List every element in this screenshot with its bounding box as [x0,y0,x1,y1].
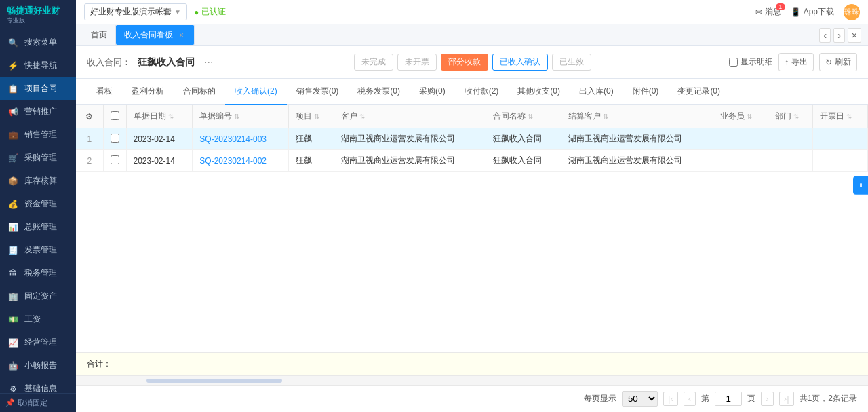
sidebar-bottom-unpin[interactable]: 📌 取消固定 [0,393,76,412]
settings-gear-icon[interactable]: ⚙ [85,112,93,121]
assets-icon: 🏢 [7,291,19,303]
right-panel-toggle[interactable]: ≡ [853,176,868,194]
tax-icon: 🏛 [7,267,19,280]
th-check [103,105,126,128]
sidebar-item-inventory[interactable]: 📦 库存核算 [0,170,76,193]
subtab-attachment[interactable]: 附件(0) [623,79,669,105]
status-effective[interactable]: 已生效 [552,54,591,71]
sidebar-item-ledger[interactable]: 📊 总账管理 [0,216,76,239]
subtab-sales-invoice[interactable]: 销售发票(0) [287,79,349,105]
subtab-warehouse[interactable]: 出入库(0) [570,79,623,105]
tab-close-button[interactable]: × [848,28,861,43]
tab-close-icon[interactable]: × [177,30,186,41]
pagination: 每页显示 50 100 200 |‹ ‹ 第 页 › ›| 共1页，2条记录 [76,385,868,412]
row-check[interactable] [103,150,126,172]
tab-home[interactable]: 首页 [83,25,116,45]
status-partial-receipt[interactable]: 部分收款 [441,54,488,71]
status-uninvoiced[interactable]: 未开票 [397,54,437,71]
table-row[interactable]: 2 2023-02-14 SQ-20230214-002 狂飙 湖南卫视商业运营… [76,150,868,172]
tab-prev-button[interactable]: ‹ [819,28,831,43]
company-selector[interactable]: 好业财专业版演示帐套 ▼ [84,3,187,20]
subtab-changes[interactable]: 变更记录(0) [668,79,730,105]
sidebar-item-assets[interactable]: 🏢 固定资产 [0,285,76,308]
export-icon: ↑ [785,58,789,67]
sidebar-item-marketing[interactable]: 📢 营销推广 [0,100,76,124]
sidebar-item-funds[interactable]: 💰 资金管理 [0,193,76,216]
sidebar-item-purchase[interactable]: 🛒 采购管理 [0,147,76,170]
pagination-first-button[interactable]: |‹ [663,392,678,406]
contract-icon: 📋 [7,83,19,95]
row-invoice-date [813,128,868,150]
pagination-total: 共1页，2条记录 [800,393,857,405]
th-customer[interactable]: 客户 ⇅ [334,105,486,128]
flash-icon: ⚡ [7,60,19,72]
th-contract-name[interactable]: 合同名称 ⇅ [486,105,561,128]
chevron-down-icon: ▼ [174,8,181,16]
pagination-prev-button[interactable]: ‹ [684,392,696,406]
th-settlement-customer[interactable]: 结算客户 ⇅ [561,105,713,128]
sidebar-item-basics[interactable]: ⚙ 基础信息 [0,377,76,393]
horizontal-scrollbar[interactable] [76,375,868,385]
select-all-checkbox[interactable] [111,111,119,120]
sidebar-item-contracts[interactable]: 📋 项目合同 [0,77,76,100]
th-salesperson[interactable]: 业务员 ⇅ [713,105,768,128]
pagination-next-button[interactable]: › [761,392,773,406]
tab-contract-board[interactable]: 收入合同看板 × [116,25,195,45]
subtab-tax-invoice[interactable]: 税务发票(0) [348,79,410,105]
sidebar-item-tax[interactable]: 🏛 税务管理 [0,262,76,285]
subtab-other[interactable]: 其他收支(0) [508,79,570,105]
sort-customer-icon: ⇅ [359,113,365,120]
show-detail-checkbox[interactable]: 显示明细 [729,56,773,68]
status-incomplete[interactable]: 未完成 [354,54,393,71]
tab-next-button[interactable]: › [833,28,845,43]
data-table: ⚙ 单据日期 ⇅ 单据编号 ⇅ [76,105,868,172]
per-page-select[interactable]: 50 100 200 [622,391,658,407]
subtab-revenue-confirm[interactable]: 收入确认(2) [225,79,287,105]
more-button[interactable]: ··· [201,56,216,69]
scrollbar-thumb[interactable] [146,379,282,383]
page-suffix: 页 [747,393,755,405]
sidebar-item-invoice[interactable]: 🧾 发票管理 [0,239,76,262]
show-detail-input[interactable] [729,58,738,67]
marketing-icon: 📢 [7,106,19,118]
verified-badge: ● 已认证 [194,6,226,18]
row-check[interactable] [103,128,126,150]
row-salesperson [713,128,768,150]
status-confirmed[interactable]: 已收入确认 [492,54,548,71]
user-avatar[interactable]: 珠珠 [844,4,860,20]
search-icon: 🔍 [7,37,19,49]
sidebar-item-salary[interactable]: 💵 工资 [0,308,76,331]
subtab-profit[interactable]: 盈利分析 [122,79,174,105]
messages-button[interactable]: ✉ 消息 1 [755,6,781,18]
th-invoice-date[interactable]: 开票日 ⇅ [813,105,868,128]
refresh-button[interactable]: ↻ 刷新 [819,53,857,71]
report-icon: 🤖 [7,360,19,372]
subtab-board[interactable]: 看板 [87,79,122,105]
pagination-last-button[interactable]: ›| [779,392,794,406]
sidebar-item-management[interactable]: 📈 经营管理 [0,331,76,354]
sidebar-item-quicknav[interactable]: ⚡ 快捷导航 [0,54,76,77]
row-department [768,150,812,172]
sidebar-item-sales[interactable]: 💼 销售管理 [0,124,76,147]
funds-icon: 💰 [7,198,19,210]
ledger-icon: 📊 [7,221,19,233]
export-button[interactable]: ↑ 导出 [778,53,814,71]
app-download-button[interactable]: 📱 App下载 [791,6,834,18]
subtab-subject[interactable]: 合同标的 [174,79,225,105]
th-project[interactable]: 项目 ⇅ [289,105,334,128]
sidebar-item-report[interactable]: 🤖 小畅报告 [0,354,76,377]
th-docno[interactable]: 单据编号 ⇅ [193,105,289,128]
th-settings: ⚙ [76,105,103,128]
contract-header: 收入合同： 狂飙收入合同 ··· 未完成 未开票 部分收款 已收入确认 已生效 … [76,46,868,79]
subtab-purchase[interactable]: 采购(0) [410,79,455,105]
sidebar-item-search[interactable]: 🔍 搜索菜单 [0,31,76,54]
row-contract-name: 狂飙收入合同 [486,150,561,172]
sort-contractname-icon: ⇅ [528,113,533,120]
th-date[interactable]: 单据日期 ⇅ [126,105,193,128]
subtab-payment[interactable]: 收付款(2) [455,79,509,105]
row-project: 狂飙 [289,150,334,172]
table-row[interactable]: 1 2023-02-14 SQ-20230214-003 狂飙 湖南卫视商业运营… [76,128,868,150]
row-num: 2 [76,150,103,172]
page-number-input[interactable] [715,392,742,406]
th-department[interactable]: 部门 ⇅ [768,105,812,128]
